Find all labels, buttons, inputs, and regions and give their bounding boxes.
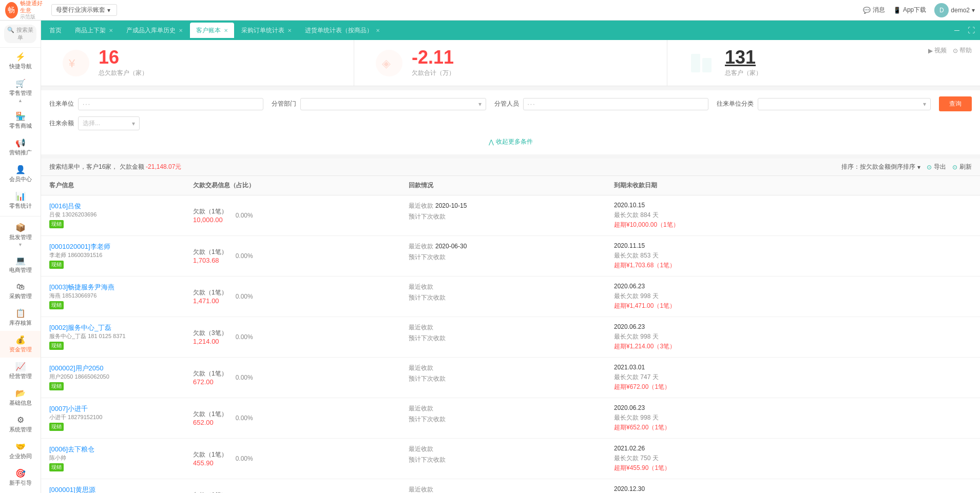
balance-select[interactable]: 选择... ▾ bbox=[78, 116, 140, 130]
stat-card-debt-total: ◈ -2.11 欠款合计（万） bbox=[354, 40, 667, 86]
sidebar-item-jichu[interactable]: 📂 基础信息 bbox=[0, 384, 41, 411]
tab-home[interactable]: 首页 bbox=[43, 23, 68, 38]
col-header-overdue: 到期未收款日期 bbox=[614, 181, 972, 190]
table-row: [0007]小进千 小进千 18279152100 现销 欠款（1笔） 652.… bbox=[41, 398, 980, 439]
tab-stock-stats[interactable]: 进货单统计表（按商品） ✕ bbox=[299, 23, 386, 38]
sidebar-item-huiyuan[interactable]: 👤 会员中心 bbox=[0, 161, 41, 187]
tab-purchase-stats[interactable]: 采购订单统计表 ✕ bbox=[235, 23, 298, 38]
sidebar-item-jingying[interactable]: 📈 经营管理 bbox=[0, 358, 41, 384]
tab-close-icon[interactable]: ✕ bbox=[109, 28, 113, 33]
sidebar-item-zijin[interactable]: 💰 资金管理 bbox=[0, 331, 41, 358]
total-customers-icon bbox=[688, 49, 717, 77]
maximize-window-icon[interactable]: ⛶ bbox=[965, 25, 978, 35]
help-button[interactable]: ⊙ 帮助 bbox=[953, 46, 972, 55]
logo-text: 畅捷通好生意 示范版 bbox=[20, 0, 46, 19]
svg-rect-5 bbox=[702, 58, 712, 72]
filter-row-1: 往来单位 ··· 分管部门 ▾ bbox=[49, 96, 972, 111]
tab-product-status[interactable]: 商品上下架 ✕ bbox=[69, 23, 119, 38]
content-area: ¥ 16 总欠款客户（家） ◈ bbox=[41, 40, 980, 493]
filter-dept: 分管部门 ▾ bbox=[272, 98, 486, 110]
logo-icon: 畅 bbox=[5, 2, 18, 18]
customer-info-1: [0016]吕俊 吕俊 13026203696 现销 bbox=[49, 202, 193, 229]
menu-search-box[interactable]: 🔍 搜索菜单 bbox=[4, 25, 36, 43]
sidebar-item-yingyong[interactable]: 📱 应用中心 bbox=[0, 491, 41, 493]
sidebar-item-xinshou[interactable]: 🎯 新手引导 bbox=[0, 464, 41, 491]
repay-info-7: 最近收款 预计下次收款 bbox=[409, 445, 614, 472]
collapse-row: ⋀ 收起更多条件 bbox=[49, 135, 972, 148]
megaphone-icon: 📢 bbox=[15, 138, 26, 148]
debt-info-6: 欠款（1笔） 652.00 0.00% bbox=[193, 404, 409, 432]
sidebar-item-qiye[interactable]: 🤝 企业协同 bbox=[0, 438, 41, 464]
dept-select[interactable]: ▾ bbox=[300, 98, 486, 110]
stat-value-debt-customers: 16 bbox=[99, 48, 148, 67]
overdue-info-6: 2020.06.23 最长欠款 998 天 超期¥652.00（1笔） bbox=[614, 404, 972, 432]
refresh-button[interactable]: ⊙ 刷新 bbox=[952, 163, 972, 171]
customer-tag-6: 现销 bbox=[49, 423, 64, 431]
company-selector[interactable]: 母婴行业演示账套 ▾ bbox=[51, 4, 117, 16]
table-row: [000002]用户2050 用户2050 18665062050 现销 欠款（… bbox=[41, 358, 980, 398]
sidebar-item-yingxiao[interactable]: 📢 营销推广 bbox=[0, 134, 41, 161]
tab-product-history[interactable]: 产成品入库单历史 ✕ bbox=[120, 23, 189, 38]
message-button[interactable]: 💬 消息 bbox=[863, 6, 885, 14]
overdue-info-4: 2020.06.23 最长欠款 998 天 超期¥1,214.00（3笔） bbox=[614, 323, 972, 351]
chart-icon: 📊 bbox=[15, 191, 26, 201]
sidebar-item-kucun[interactable]: 📋 库存核算 bbox=[0, 304, 41, 331]
customer-name-link-6[interactable]: [0007]小进千 bbox=[49, 404, 193, 413]
debt-info-3: 欠款（1笔） 1,471.00 0.00% bbox=[193, 283, 409, 310]
sidebar-search[interactable]: 🔍 搜索菜单 bbox=[0, 21, 41, 48]
sort-selector[interactable]: 排序：按欠款金额倒序排序 ▾ bbox=[841, 163, 920, 171]
customer-phone-2: 李老师 18600391516 bbox=[49, 251, 193, 259]
collapse-button[interactable]: ⋀ 收起更多条件 bbox=[487, 135, 535, 148]
stat-info-3: 131 总客户（家） bbox=[725, 48, 762, 77]
tab-close-icon-3[interactable]: ✕ bbox=[224, 28, 228, 33]
sidebar-item-kuaijie[interactable]: ⚡ 快捷导航 bbox=[0, 48, 41, 74]
lightning-icon: ⚡ bbox=[15, 52, 26, 62]
customer-name-link-2[interactable]: [0001020001]李老师 bbox=[49, 242, 193, 251]
search-icon: 🔍 bbox=[7, 27, 14, 33]
source-classify-select[interactable]: ▾ bbox=[758, 98, 931, 110]
tab-bar-actions: ─ ⛶ bbox=[951, 25, 978, 35]
tab-customer-ledger[interactable]: 客户账本 ✕ bbox=[190, 23, 234, 38]
tab-close-icon-5[interactable]: ✕ bbox=[376, 28, 380, 33]
sidebar-item-lingshoutj[interactable]: 📊 零售统计 bbox=[0, 187, 41, 214]
minimize-window-icon[interactable]: ─ bbox=[951, 25, 963, 35]
clipboard-icon: 📋 bbox=[15, 308, 26, 318]
source-unit-input[interactable]: ··· bbox=[78, 98, 263, 110]
customer-tag-2: 现销 bbox=[49, 261, 64, 269]
svg-text:¥: ¥ bbox=[68, 57, 75, 70]
customer-name-link-4[interactable]: [0002]服务中心_丁磊 bbox=[49, 323, 193, 332]
person-input[interactable]: ··· bbox=[523, 98, 708, 110]
app-download-button[interactable]: 📱 App下载 bbox=[893, 6, 926, 14]
video-button[interactable]: ▶ 视频 bbox=[928, 46, 947, 55]
svg-text:◈: ◈ bbox=[382, 57, 391, 70]
user-menu[interactable]: D demo2 ▾ bbox=[934, 3, 975, 17]
sidebar-item-caigou[interactable]: 🛍 采购管理 bbox=[0, 278, 41, 304]
debt-info-5: 欠款（1笔） 672.00 0.00% bbox=[193, 364, 409, 391]
sidebar-item-xitong[interactable]: ⚙ 系统管理 bbox=[0, 411, 41, 438]
shopping-icon: 🛍 bbox=[16, 282, 25, 291]
sidebar-item-lingshous[interactable]: 🏪 零售商城 bbox=[0, 107, 41, 134]
customer-name-link-8[interactable]: [000001]黄思源 bbox=[49, 485, 193, 493]
tab-close-icon-4[interactable]: ✕ bbox=[287, 28, 292, 33]
customer-phone-1: 吕俊 13026203696 bbox=[49, 211, 193, 219]
filter-row-2: 往来余额 选择... ▾ bbox=[49, 116, 972, 130]
customer-name-link-7[interactable]: [0006]去下粮仓 bbox=[49, 445, 193, 454]
sidebar-item-lingshouguan[interactable]: 🛒 零售管理 ▲ bbox=[0, 74, 41, 107]
arrow-icon: ▲ bbox=[18, 98, 23, 103]
stat-card-total-customers: 131 总客户（家） ▶ 视频 ⊙ 帮助 bbox=[667, 40, 980, 86]
customer-name-link-5[interactable]: [000002]用户2050 bbox=[49, 364, 193, 373]
customer-name-link-1[interactable]: [0016]吕俊 bbox=[49, 202, 193, 211]
query-button[interactable]: 查询 bbox=[939, 96, 972, 111]
view-help-buttons: ▶ 视频 ⊙ 帮助 bbox=[928, 46, 972, 55]
table-header: 客户信息 欠款交易信息（占比） 回款情况 到期未收款日期 bbox=[41, 176, 980, 195]
sidebar-item-dianshang[interactable]: 💻 电商管理 bbox=[0, 251, 41, 278]
customer-info-2: [0001020001]李老师 李老师 18600391516 现销 bbox=[49, 242, 193, 270]
customer-name-link-3[interactable]: [0003]畅捷服务尹海燕 bbox=[49, 283, 193, 292]
tab-close-icon-2[interactable]: ✕ bbox=[179, 28, 183, 33]
col-header-customer: 客户信息 bbox=[49, 181, 193, 190]
sidebar-item-pifa[interactable]: 📦 批发管理 ▼ bbox=[0, 219, 41, 251]
result-bar: 搜索结果中，客户16家， 欠款金额 -21,148.07元 排序：按欠款金额倒序… bbox=[41, 159, 980, 176]
stat-label-debt-customers: 总欠款客户（家） bbox=[99, 69, 148, 77]
export-button[interactable]: ⊙ 导出 bbox=[927, 163, 946, 171]
filter-person: 分管人员 ··· bbox=[494, 98, 708, 110]
